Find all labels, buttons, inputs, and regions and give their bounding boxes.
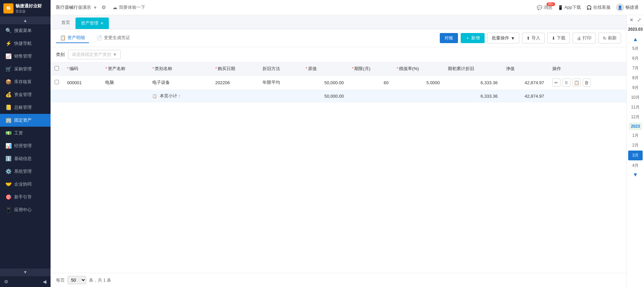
settings-footer-icon[interactable]: ⚙ (4, 279, 8, 284)
category-arrow-icon: ▼ (113, 52, 117, 57)
sidebar-item-fixed-assets[interactable]: 🏢 固定资产 (0, 114, 51, 127)
sidebar-item-search[interactable]: 🔍 搜索菜单 (0, 24, 51, 37)
sidebar-item-funds[interactable]: 💰 资金管理 (0, 88, 51, 101)
tab-assets-list-button[interactable]: 📋 资产明细 (56, 33, 89, 43)
pagination: 每页 50 100 200 条，共 1 条 (51, 273, 626, 287)
reconcile-button[interactable]: 对账 (440, 33, 458, 43)
year-2023-label: 2023 (629, 123, 642, 130)
col-original-value: *原值 (302, 62, 348, 75)
month-4[interactable]: 4月 (627, 161, 644, 170)
tab-assets[interactable]: 资产管理 ✕ (75, 18, 109, 29)
month-10[interactable]: 10月 (627, 93, 644, 102)
new-button[interactable]: ＋ 新增 (461, 33, 485, 43)
sidebar-item-inventory[interactable]: 📦 库存核算 (0, 75, 51, 88)
row-checkbox[interactable] (55, 80, 59, 84)
right-panel-expand-icon[interactable]: ⤢ (637, 17, 641, 23)
month-8[interactable]: 8月 (627, 73, 644, 83)
sidebar-logo: 畅 畅捷通好业财 普及版 (0, 0, 51, 17)
sidebar-item-app-center[interactable]: 📱 应用中心 (0, 203, 51, 216)
download-button[interactable]: ⬇ 下载 (547, 33, 570, 43)
right-panel-up-icon[interactable]: ▲ (633, 35, 638, 44)
cloud-icon: ☁ (113, 5, 117, 10)
row-residual-rate: 5.0000 (393, 75, 444, 90)
month-11[interactable]: 11月 (627, 102, 644, 112)
col-category: *类别名称 (148, 62, 211, 75)
month-7[interactable]: 7月 (627, 63, 644, 73)
copy-icon[interactable]: ⎘ (562, 78, 571, 87)
service-label: 在线客服 (593, 4, 611, 10)
tab-voucher-gen-button[interactable]: 📄 变更生成凭证 (92, 33, 134, 43)
sidebar-item-operations[interactable]: 📊 经营管理 (0, 139, 51, 152)
assets-table-wrap: *编码 *资产名称 *类别名称 *购买日期 折旧方法 *原值 *期限(月) *残… (51, 62, 626, 273)
edit-icon[interactable]: ✏ (552, 78, 560, 87)
sidebar-scroll-up[interactable]: ▲ (0, 17, 51, 24)
topbar-gear-icon[interactable]: ⚙ (101, 4, 106, 10)
company-name: 医疗器械行业演示 (56, 4, 91, 10)
delete-icon[interactable]: 🗑 (583, 78, 591, 87)
tab-close-icon[interactable]: ✕ (100, 21, 103, 26)
subtotal-empty-3 (101, 90, 148, 102)
print-button[interactable]: 🖨 打印 (573, 33, 596, 43)
refresh-button[interactable]: ↻ 刷新 (599, 33, 621, 43)
detail-icon[interactable]: 📋 (573, 78, 581, 87)
row-dep-method: 年限平均 (258, 75, 302, 90)
right-panel-down-icon[interactable]: ▼ (633, 170, 638, 179)
import-button[interactable]: ⬆ 导入 (522, 33, 545, 43)
basic-info-icon: ℹ️ (5, 156, 11, 162)
purchase-icon: 🛒 (5, 66, 11, 72)
row-initial-dep: 6,333.36 (444, 75, 502, 90)
logo-text: 畅捷通好业财 普及版 (16, 3, 42, 14)
service-button[interactable]: 🎧 在线客服 (586, 4, 611, 10)
sidebar-item-sales[interactable]: 📈 销售管理 (0, 50, 51, 63)
inventory-icon: 📦 (5, 79, 11, 85)
sidebar-item-basic-info[interactable]: ℹ️ 基础信息 (0, 152, 51, 165)
import-icon: ⬆ (526, 36, 530, 41)
tab-home[interactable]: 首页 (56, 17, 75, 29)
col-purchase-date: *购买日期 (211, 62, 258, 75)
right-panel-close-icon[interactable]: ✕ (630, 17, 634, 23)
col-actions: 操作 (548, 62, 626, 75)
per-page-select[interactable]: 50 100 200 (67, 276, 86, 284)
app-center-icon: 📱 (5, 207, 11, 213)
month-1[interactable]: 1月 (627, 131, 644, 140)
company-selector[interactable]: 医疗器械行业演示 ▼ (56, 4, 97, 10)
sidebar-item-payroll[interactable]: 💵 工资 (0, 127, 51, 139)
sidebar-item-guide[interactable]: 🎯 新手引导 (0, 191, 51, 203)
subtotal-row: 📋 本页小计： 50,000.00 6,333.36 42,874.97 (51, 90, 626, 102)
print-icon: 🖨 (577, 36, 581, 41)
collapse-icon[interactable]: ◀ (43, 279, 47, 284)
topbar-right: 💬 消息 99+ 📱 App下载 🎧 在线客服 👤 畅捷通 (537, 3, 639, 11)
category-select[interactable]: 请选择固定资产类别 ▼ (68, 50, 121, 59)
app-download-button[interactable]: 📱 App下载 (558, 4, 581, 10)
month-3[interactable]: 3月 (628, 151, 643, 160)
right-panel-header: ✕ ⤢ (627, 15, 644, 25)
guide-icon: 🎯 (5, 194, 11, 200)
sidebar-item-system[interactable]: ⚙️ 系统管理 (0, 165, 51, 178)
col-code: *编码 (63, 62, 101, 75)
month-2[interactable]: 2月 (627, 140, 644, 150)
month-6[interactable]: 6月 (627, 54, 644, 63)
right-panel-year: 2023.03 (628, 25, 643, 34)
select-all-checkbox[interactable] (55, 66, 59, 70)
user-menu[interactable]: 👤 畅捷通 (616, 3, 639, 11)
experience-button[interactable]: ☁ 我要体验一下 (113, 4, 145, 10)
sidebar-item-quick-nav[interactable]: ⚡ 快捷导航 (0, 37, 51, 50)
batch-button[interactable]: 批量操作 ▼ (487, 33, 519, 43)
total-info: 条，共 1 条 (89, 277, 111, 283)
message-icon: 💬 (537, 5, 542, 10)
subtotal-empty-6 (348, 90, 393, 102)
sidebar-item-purchase[interactable]: 🛒 采购管理 (0, 63, 51, 75)
sidebar-item-cooperation[interactable]: 🤝 企业协同 (0, 178, 51, 191)
message-button[interactable]: 💬 消息 99+ (537, 4, 552, 10)
subtotal-empty-4 (211, 90, 258, 102)
system-icon: ⚙️ (5, 168, 11, 174)
subtotal-empty-1 (51, 90, 63, 102)
month-9[interactable]: 9月 (627, 83, 644, 93)
sidebar-item-ledger[interactable]: 📒 总账管理 (0, 101, 51, 114)
month-5[interactable]: 5月 (627, 44, 644, 54)
row-period: 60 (348, 75, 393, 90)
toolbar-actions: 对账 ＋ 新增 批量操作 ▼ ⬆ 导入 ⬇ 下载 (440, 33, 621, 43)
sidebar-scroll-down[interactable]: ▼ (0, 268, 51, 276)
month-12[interactable]: 12月 (627, 112, 644, 122)
right-panel: ✕ ⤢ 2023.03 ▲ 5月 6月 7月 8月 9月 10月 11月 12月… (626, 15, 644, 287)
